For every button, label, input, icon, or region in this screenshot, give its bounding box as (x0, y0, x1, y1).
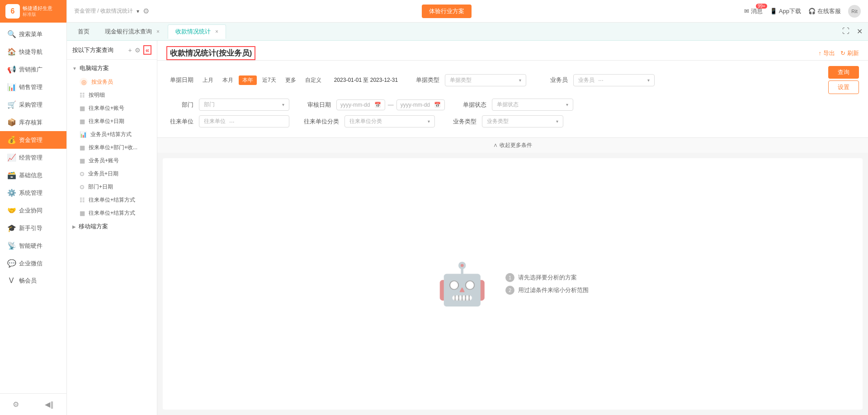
refresh-button[interactable]: ↻ 刷新 (840, 49, 859, 57)
tab-collection-stat[interactable]: 收款情况统计 × (168, 24, 226, 39)
scheme-header: 按以下方案查询 + ⚙ « (67, 41, 157, 60)
calendar-icon-to: 📅 (434, 102, 441, 108)
tab-collection-label: 收款情况统计 (175, 28, 211, 36)
sidebar-collapse-btn[interactable]: ◀‖ (42, 397, 57, 411)
export-label: 导出 (823, 49, 835, 57)
right-content: 收款情况统计(按业务员) ↑ 导出 ↻ 刷新 单据日期 上月 (157, 41, 868, 415)
scheme-settings-btn[interactable]: ⚙ (135, 47, 141, 54)
tab-bank-flow-close[interactable]: × (156, 28, 160, 35)
sidebar-item-inventory[interactable]: 📦库存核算 (0, 113, 66, 131)
message-btn[interactable]: ✉ 消息 99+ (744, 7, 763, 15)
sidebar-item-basic[interactable]: 🗃️基础信息 (0, 166, 66, 184)
salesman-dots[interactable]: ··· (598, 76, 604, 84)
sidebar-item-guide[interactable]: 🎓新手引导 (0, 219, 66, 237)
sidebar-item-quick-nav[interactable]: 🏠快捷导航 (0, 43, 66, 61)
sidebar-item-member[interactable]: V畅会员 (0, 272, 66, 289)
scheme-item-icon-by-salesman-settlement: 📊 (80, 131, 87, 138)
tab-collection-close[interactable]: × (215, 28, 218, 35)
sidebar-label-sales: 销售管理 (19, 83, 42, 91)
counterparty-select[interactable]: 往来单位 ··· (199, 115, 289, 127)
settings-button[interactable]: 设置 (828, 80, 859, 94)
scheme-item-by-unit-date[interactable]: ▦往来单位+日期 (67, 115, 157, 128)
scheme-item-by-salesman-date[interactable]: ⊙业务员+日期 (67, 167, 157, 180)
trial-button[interactable]: 体验行业方案 (422, 5, 472, 18)
doc-status-chevron: ▾ (566, 102, 568, 107)
date-tab-more[interactable]: 更多 (282, 75, 300, 85)
doc-type-select[interactable]: 单据类型 ▾ (445, 74, 526, 86)
sidebar-icon-member: V (7, 277, 15, 285)
date-tab-prev-month[interactable]: 上月 (199, 75, 217, 85)
scheme-item-by-unit-settlement2[interactable]: ▦往来单位+结算方式 (67, 207, 157, 220)
sidebar-item-sales[interactable]: 📊销售管理 (0, 78, 66, 96)
service-btn[interactable]: 🎧 在线客服 (808, 7, 841, 15)
counterparty-cat-select[interactable]: 往来单位分类 ▾ (344, 115, 435, 127)
date-tab-recent7[interactable]: 近7天 (259, 75, 280, 85)
scheme-item-by-unit-account[interactable]: ▦往来单位+账号 (67, 102, 157, 115)
filter-row-1: 单据日期 上月本月本年近7天更多自定义 2023-01-01 至 2023-12… (166, 66, 859, 94)
header-gear-icon[interactable]: ⚙ (143, 7, 149, 15)
export-button[interactable]: ↑ 导出 (819, 49, 835, 57)
sidebar-item-purchase[interactable]: 🛒采购管理 (0, 96, 66, 113)
sidebar-item-marketing[interactable]: 📢营销推广 (0, 61, 66, 78)
sidebar-item-finance[interactable]: 💰资金管理 (0, 131, 66, 149)
tab-bank-flow[interactable]: 现金银行流水查询 × (98, 24, 167, 39)
query-button[interactable]: 查询 (828, 66, 859, 79)
header-dropdown-icon[interactable]: ▾ (137, 8, 139, 14)
sidebar-logo: 6 畅捷通好生意 标准版 (0, 0, 66, 23)
scheme-item-label-by-salesman-account: 业务员+账号 (89, 157, 119, 165)
collapse-bar[interactable]: ∧ 收起更多条件 (157, 137, 868, 153)
date-tab-custom[interactable]: 自定义 (302, 75, 325, 85)
scheme-item-icon-by-unit-settlement1: ☷ (80, 197, 85, 203)
review-date-from[interactable]: yyyy-mm-dd 📅 (336, 99, 385, 110)
tab-close-all-btn[interactable]: ✕ (855, 25, 864, 38)
sidebar-item-hardware[interactable]: 📡智能硬件 (0, 237, 66, 255)
main-area: 资金管理 / 收款情况统计 ▾ ⚙ 体验行业方案 ✉ 消息 99+ 📱 App下… (67, 0, 868, 415)
scheme-item-by-detail[interactable]: ☷按明细 (67, 89, 157, 102)
biz-type-select[interactable]: 业务类型 ▾ (482, 115, 563, 127)
logo-name: 畅捷通好生意 (23, 5, 52, 11)
date-tab-this-year[interactable]: 本年 (239, 75, 257, 85)
dept-select[interactable]: 部门 ▾ (199, 99, 289, 111)
scheme-group-header-mobile[interactable]: ▶移动端方案 (67, 220, 157, 233)
user-avatar[interactable]: Rit (848, 5, 861, 18)
review-date-to[interactable]: yyyy-mm-dd 📅 (396, 99, 445, 110)
scheme-item-icon-by-unit-dept: ▦ (80, 144, 85, 151)
scheme-group-header-desktop[interactable]: ▼电脑端方案 (67, 61, 157, 75)
sidebar-settings-btn[interactable]: ⚙ (10, 397, 22, 411)
scheme-item-by-dept-date[interactable]: ⊙部门+日期 (67, 180, 157, 193)
scheme-item-by-unit-dept[interactable]: ▦按来单位+部门+收... (67, 141, 157, 154)
salesman-label: 业务员 (541, 76, 568, 84)
dept-label: 部门 (166, 101, 193, 109)
review-date-label: 审核日期 (304, 101, 331, 109)
sidebar-item-system[interactable]: ⚙️系统管理 (0, 184, 66, 202)
tab-home[interactable]: 首页 (71, 24, 97, 39)
sidebar-icon-hardware: 📡 (7, 241, 15, 250)
scheme-group-desktop: ▼电脑端方案◎按业务员☷按明细▦往来单位+账号▦往来单位+日期📊业务员+结算方式… (67, 61, 157, 220)
scheme-collapse-btn[interactable]: « (143, 45, 151, 55)
scheme-item-label-by-unit-account: 往来单位+账号 (89, 104, 124, 112)
date-tab-this-month[interactable]: 本月 (219, 75, 237, 85)
counterparty-dots[interactable]: ··· (229, 118, 235, 125)
scheme-item-by-unit-settlement1[interactable]: ☷往来单位+结算方式 (67, 193, 157, 207)
scheme-item-label-by-dept-date: 部门+日期 (88, 183, 113, 191)
page-header-actions: ↑ 导出 ↻ 刷新 (819, 49, 859, 57)
dept-chevron: ▾ (282, 102, 284, 107)
salesman-select[interactable]: 业务员 ··· ▾ (573, 74, 655, 86)
sidebar-item-wechat[interactable]: 💬企业微信 (0, 255, 66, 272)
scheme-item-label-by-detail: 按明细 (89, 91, 105, 99)
scheme-item-label-by-unit-date: 往来单位+日期 (89, 118, 124, 125)
sidebar-icon-quick-nav: 🏠 (7, 47, 15, 56)
date-range-text: 2023-01-01 至 2023-12-31 (334, 76, 398, 84)
tab-maximize-btn[interactable]: ⛶ (840, 25, 851, 38)
sidebar-item-enterprise[interactable]: 🤝企业协同 (0, 202, 66, 219)
scheme-item-by-salesman-account[interactable]: ▦业务员+账号 (67, 154, 157, 167)
scheme-add-btn[interactable]: + (128, 47, 132, 54)
scheme-item-by-salesman[interactable]: ◎按业务员 (67, 75, 157, 89)
app-download-btn[interactable]: 📱 App下载 (770, 7, 801, 15)
sidebar-item-search[interactable]: 🔍搜索菜单 (0, 25, 66, 43)
doc-status-select[interactable]: 单据状态 ▾ (492, 99, 573, 111)
scheme-item-by-salesman-settlement[interactable]: 📊业务员+结算方式 (67, 128, 157, 141)
sidebar-item-operation[interactable]: 📈经营管理 (0, 149, 66, 166)
sidebar-icon-marketing: 📢 (7, 65, 15, 74)
date-label: 单据日期 (166, 76, 193, 84)
